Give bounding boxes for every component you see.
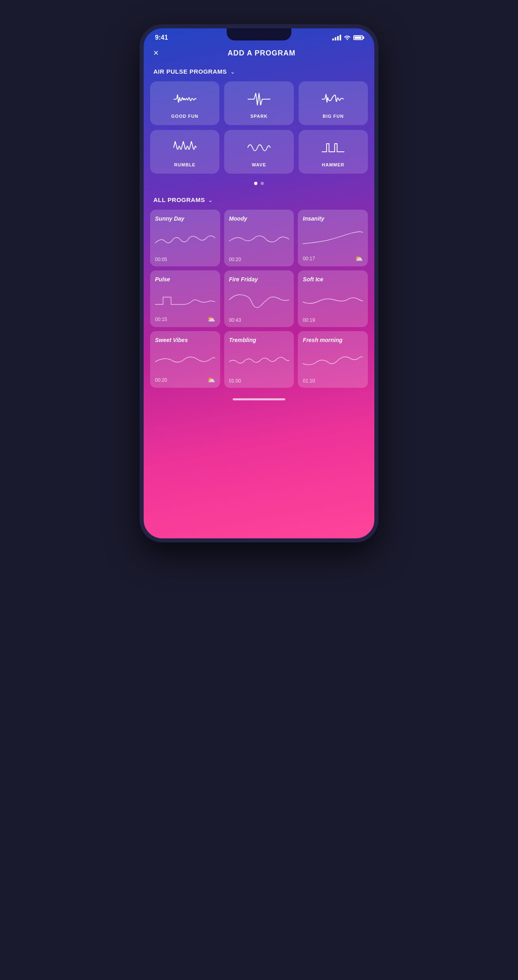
program-name-soft-ice: Soft Ice <box>303 276 363 283</box>
all-programs-grid: Sunny Day 00:05 Moody <box>144 210 374 394</box>
pulse-card-wave[interactable]: WAVE <box>224 130 293 174</box>
pulse-card-hammer[interactable]: HAMMER <box>299 130 368 174</box>
cloud-icon-pulse: ⛅ <box>207 315 215 323</box>
program-name-pulse: Pulse <box>155 276 215 283</box>
phone-frame: 9:41 × ADD A P <box>140 24 378 542</box>
dot-2 <box>261 182 264 185</box>
home-indicator <box>144 394 374 407</box>
program-name-fire-friday: Fire Friday <box>229 276 289 283</box>
pulse-card-good-fun[interactable]: GOOD FUN <box>150 81 219 125</box>
program-card-sweet-vibes[interactable]: Sweet Vibes 00:20 ⛅ <box>150 331 220 388</box>
wifi-icon <box>344 34 351 41</box>
program-footer-sunny-day: 00:05 <box>155 257 215 262</box>
battery-icon <box>353 35 363 40</box>
duration-sunny-day: 00:05 <box>155 257 167 262</box>
program-footer-soft-ice: 00:19 <box>303 317 363 323</box>
duration-insanity: 00:17 <box>303 256 315 261</box>
duration-sweet-vibes: 00:20 <box>155 377 167 383</box>
program-wave-moody <box>229 225 289 253</box>
program-card-soft-ice[interactable]: Soft Ice 00:19 <box>298 270 368 327</box>
program-card-sunny-day[interactable]: Sunny Day 00:05 <box>150 210 220 266</box>
big-fun-label: BIG FUN <box>323 114 344 119</box>
rumble-label: RUMBLE <box>174 162 195 167</box>
program-wave-insanity <box>303 225 363 251</box>
program-name-insanity: Insanity <box>303 215 363 222</box>
program-name-fresh-morning: Fresh morning <box>303 337 363 343</box>
program-footer-insanity: 00:17 ⛅ <box>303 255 363 262</box>
pagination <box>144 180 374 193</box>
program-wave-pulse <box>155 286 215 312</box>
program-name-moody: Moody <box>229 215 289 222</box>
dot-1 <box>254 182 257 185</box>
page-title: ADD A PROGRAM <box>159 49 365 57</box>
program-card-fresh-morning[interactable]: Fresh morning 01:10 <box>298 331 368 388</box>
all-programs-title: ALL PROGRAMS <box>153 196 205 203</box>
notch <box>227 28 291 40</box>
wave-icon <box>247 140 271 157</box>
program-name-trembling: Trembling <box>229 337 289 343</box>
program-name-sweet-vibes: Sweet Vibes <box>155 337 215 343</box>
duration-fresh-morning: 01:10 <box>303 378 315 384</box>
page-header: × ADD A PROGRAM <box>144 44 374 65</box>
home-bar <box>233 398 285 400</box>
program-card-pulse[interactable]: Pulse 00:15 ⛅ <box>150 270 220 327</box>
program-wave-trembling <box>229 347 289 375</box>
program-wave-sunny-day <box>155 225 215 253</box>
chevron-down-icon: ⌄ <box>230 68 235 75</box>
duration-pulse: 00:15 <box>155 317 167 322</box>
close-button[interactable]: × <box>153 48 159 58</box>
program-footer-pulse: 00:15 ⛅ <box>155 315 215 323</box>
hammer-label: HAMMER <box>322 162 345 167</box>
program-card-trembling[interactable]: Trembling 01:00 <box>224 331 294 388</box>
big-fun-icon <box>321 91 345 109</box>
air-pulse-grid: GOOD FUN SPARK BIG FUN <box>144 81 374 180</box>
spark-label: SPARK <box>251 114 268 119</box>
cloud-icon-sweet-vibes: ⛅ <box>207 376 215 384</box>
rumble-icon <box>173 140 197 157</box>
spark-icon <box>247 91 271 109</box>
duration-soft-ice: 00:19 <box>303 317 315 323</box>
duration-trembling: 01:00 <box>229 378 241 384</box>
program-footer-fire-friday: 00:43 <box>229 317 289 323</box>
pulse-card-spark[interactable]: SPARK <box>224 81 293 125</box>
phone-outer: 9:41 × ADD A P <box>101 0 417 980</box>
status-time: 9:41 <box>155 34 168 41</box>
all-programs-section-header[interactable]: ALL PROGRAMS ⌄ <box>144 193 374 210</box>
pulse-card-rumble[interactable]: RUMBLE <box>150 130 219 174</box>
good-fun-label: GOOD FUN <box>171 114 198 119</box>
duration-fire-friday: 00:43 <box>229 317 241 323</box>
program-card-insanity[interactable]: Insanity 00:17 ⛅ <box>298 210 368 266</box>
program-footer-fresh-morning: 01:10 <box>303 378 363 384</box>
status-icons <box>332 34 363 41</box>
program-wave-soft-ice <box>303 286 363 314</box>
duration-moody: 00:20 <box>229 257 241 262</box>
program-wave-sweet-vibes <box>155 347 215 373</box>
program-wave-fresh-morning <box>303 347 363 375</box>
hammer-icon <box>321 140 345 157</box>
program-card-fire-friday[interactable]: Fire Friday 00:43 <box>224 270 294 327</box>
signal-icon <box>332 35 341 40</box>
air-pulse-section-header[interactable]: AIR PULSE PROGRAMS ⌄ <box>144 65 374 81</box>
cloud-icon-insanity: ⛅ <box>355 255 363 262</box>
program-wave-fire-friday <box>229 286 289 314</box>
pulse-card-big-fun[interactable]: BIG FUN <box>299 81 368 125</box>
program-footer-sweet-vibes: 00:20 ⛅ <box>155 376 215 384</box>
wave-label: WAVE <box>252 162 266 167</box>
program-card-moody[interactable]: Moody 00:20 <box>224 210 294 266</box>
all-programs-chevron-icon: ⌄ <box>208 197 213 203</box>
air-pulse-title: AIR PULSE PROGRAMS <box>153 68 227 75</box>
good-fun-icon <box>173 91 197 109</box>
program-footer-trembling: 01:00 <box>229 378 289 384</box>
program-footer-moody: 00:20 <box>229 257 289 262</box>
program-name-sunny-day: Sunny Day <box>155 215 215 222</box>
